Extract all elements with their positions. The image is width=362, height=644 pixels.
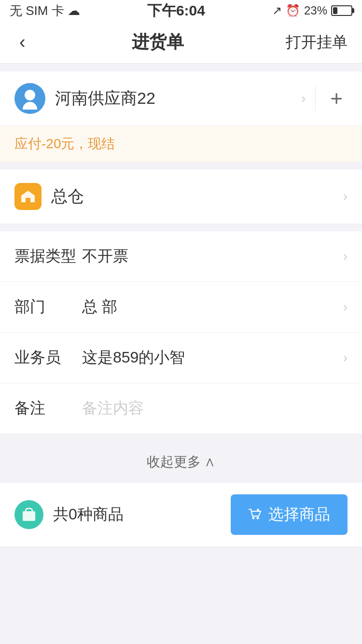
chevron-right-icon: › bbox=[301, 91, 306, 106]
supplier-row[interactable]: 河南供应商22 › + bbox=[0, 71, 362, 126]
product-row: 共0种商品 选择商品 bbox=[0, 483, 362, 546]
salesperson-row[interactable]: 业务员 这是859的小智 › bbox=[0, 332, 362, 383]
chevron-right-icon: › bbox=[343, 299, 348, 315]
warehouse-icon bbox=[20, 190, 36, 203]
battery-icon bbox=[331, 5, 352, 16]
status-time: 下午6:04 bbox=[147, 1, 205, 21]
product-count: 共0种商品 bbox=[53, 504, 221, 525]
svg-point-2 bbox=[252, 517, 255, 519]
warehouse-name: 总仓 bbox=[51, 185, 343, 208]
signal-text: 无 SIM 卡 ☁ bbox=[10, 2, 80, 19]
battery-percent: 23% bbox=[304, 4, 327, 17]
invoice-value: 不开票 bbox=[82, 246, 343, 267]
svg-rect-1 bbox=[23, 511, 35, 521]
warehouse-icon-wrap bbox=[14, 183, 42, 210]
status-bar: 无 SIM 卡 ☁ 下午6:04 ↗ ⏰ 23% bbox=[0, 0, 362, 21]
product-icon-wrap bbox=[14, 500, 43, 529]
select-product-label: 选择商品 bbox=[268, 504, 330, 525]
alarm-icon: ⏰ bbox=[286, 4, 300, 17]
supplier-card: 河南供应商22 › + 应付-20元，现结 bbox=[0, 71, 362, 162]
invoice-row[interactable]: 票据类型 不开票 › bbox=[0, 231, 362, 281]
note-row[interactable]: 备注 备注内容 bbox=[0, 383, 362, 434]
notice-banner: 应付-20元，现结 bbox=[0, 126, 362, 162]
svg-point-3 bbox=[257, 517, 259, 519]
chevron-right-icon: › bbox=[343, 189, 348, 204]
supplier-name: 河南供应商22 bbox=[55, 87, 301, 110]
select-product-button[interactable]: 选择商品 bbox=[231, 494, 348, 535]
back-button[interactable]: ‹ bbox=[14, 27, 30, 57]
cart-icon bbox=[248, 508, 263, 521]
salesperson-value: 这是859的小智 bbox=[82, 347, 343, 368]
location-icon: ↗ bbox=[272, 4, 282, 17]
warehouse-row[interactable]: 总仓 › bbox=[0, 169, 362, 224]
open-pending-button[interactable]: 打开挂单 bbox=[286, 32, 348, 53]
note-value[interactable]: 备注内容 bbox=[82, 398, 348, 419]
warehouse-card: 总仓 › bbox=[0, 169, 362, 224]
add-supplier-button[interactable]: + bbox=[325, 86, 348, 111]
avatar bbox=[14, 83, 45, 114]
collapse-bar[interactable]: 收起更多 ∧ bbox=[0, 441, 362, 483]
chevron-right-icon: › bbox=[343, 249, 348, 264]
invoice-label: 票据类型 bbox=[14, 246, 82, 267]
salesperson-label: 业务员 bbox=[14, 347, 82, 368]
chevron-right-icon: › bbox=[343, 350, 348, 365]
vertical-divider bbox=[315, 86, 316, 111]
dept-label: 部门 bbox=[14, 296, 82, 318]
divider-top bbox=[0, 64, 362, 71]
person-icon bbox=[21, 90, 39, 107]
note-label: 备注 bbox=[14, 398, 82, 419]
page-title: 进货单 bbox=[132, 30, 184, 54]
product-icon bbox=[21, 507, 37, 522]
dept-value: 总 部 bbox=[82, 296, 343, 318]
status-left: 无 SIM 卡 ☁ bbox=[10, 2, 80, 19]
bottom-fill bbox=[0, 554, 362, 644]
nav-bar: ‹ 进货单 打开挂单 bbox=[0, 21, 362, 64]
form-card: 票据类型 不开票 › 部门 总 部 › 业务员 这是859的小智 › 备注 备注… bbox=[0, 231, 362, 434]
dept-row[interactable]: 部门 总 部 › bbox=[0, 281, 362, 332]
status-right: ↗ ⏰ 23% bbox=[272, 4, 352, 17]
product-section: 共0种商品 选择商品 bbox=[0, 483, 362, 546]
svg-rect-0 bbox=[26, 198, 30, 202]
